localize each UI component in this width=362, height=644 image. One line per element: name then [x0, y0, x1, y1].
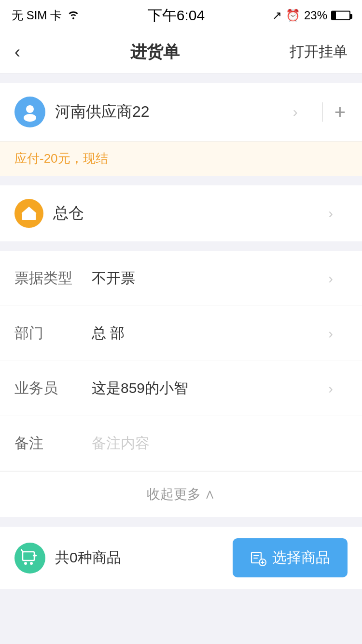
battery-icon	[331, 11, 350, 20]
svg-rect-5	[23, 552, 34, 560]
invoice-type-value: 不开票	[92, 268, 328, 288]
status-time: 下午6:04	[148, 6, 205, 26]
department-row[interactable]: 部门 总 部 ›	[0, 306, 362, 361]
salesperson-value: 这是859的小智	[92, 378, 328, 398]
svg-point-0	[26, 105, 34, 113]
alarm-icon: ⏰	[286, 9, 300, 22]
salesperson-row[interactable]: 业务员 这是859的小智 ›	[0, 361, 362, 416]
supplier-avatar	[14, 97, 45, 127]
gap-1	[0, 73, 362, 83]
nav-bar: ‹ 进货单 打开挂单	[0, 31, 362, 73]
svg-point-7	[30, 562, 33, 565]
location-icon: ↗	[272, 9, 282, 22]
back-button[interactable]: ‹	[14, 42, 20, 62]
department-label: 部门	[14, 323, 82, 343]
svg-point-1	[24, 114, 36, 122]
select-product-label: 选择商品	[272, 548, 330, 568]
bottom-bar: 共0种商品 选择商品	[0, 527, 362, 589]
notice-bar: 应付-20元，现结	[0, 141, 362, 176]
page-title: 进货单	[130, 41, 180, 63]
status-bar: 无 SIM 卡 下午6:04 ↗ ⏰ 23%	[0, 0, 362, 31]
salesperson-label: 业务员	[14, 378, 82, 398]
warehouse-icon-wrap	[14, 199, 43, 228]
invoice-type-row[interactable]: 票据类型 不开票 ›	[0, 251, 362, 306]
select-product-icon	[250, 550, 266, 566]
supplier-name: 河南供应商22	[55, 101, 293, 123]
warehouse-section[interactable]: 总仓 ›	[0, 185, 362, 241]
battery-percent: 23%	[304, 9, 327, 22]
remark-input[interactable]: 备注内容	[92, 434, 348, 453]
supplier-section: 河南供应商22 › + 应付-20元，现结	[0, 83, 362, 176]
notice-text: 应付-20元，现结	[14, 151, 108, 166]
remark-label: 备注	[14, 434, 82, 453]
invoice-type-chevron: ›	[328, 270, 333, 287]
wifi-icon	[67, 9, 80, 22]
collapse-label: 收起更多 ∧	[147, 485, 216, 504]
person-icon	[20, 102, 40, 122]
warehouse-row[interactable]: 总仓 ›	[0, 185, 362, 241]
supplier-divider	[322, 102, 323, 122]
form-section: 票据类型 不开票 › 部门 总 部 › 业务员 这是859的小智 › 备注 备注…	[0, 251, 362, 517]
select-product-button[interactable]: 选择商品	[233, 538, 348, 577]
svg-point-6	[24, 562, 27, 565]
warehouse-chevron-icon: ›	[328, 205, 333, 222]
warehouse-icon	[20, 205, 38, 222]
salesperson-chevron: ›	[328, 380, 333, 397]
supplier-row[interactable]: 河南供应商22 › +	[0, 83, 362, 141]
remark-row[interactable]: 备注 备注内容	[0, 416, 362, 471]
svg-marker-3	[21, 207, 37, 213]
collapse-button[interactable]: 收起更多 ∧	[0, 471, 362, 517]
open-pending-button[interactable]: 打开挂单	[290, 42, 348, 62]
supplier-chevron-icon: ›	[293, 104, 298, 120]
status-left: 无 SIM 卡	[12, 8, 80, 23]
warehouse-name: 总仓	[53, 203, 328, 224]
cart-icon	[21, 549, 39, 567]
product-icon-wrap	[14, 543, 45, 574]
invoice-type-label: 票据类型	[14, 268, 82, 288]
status-right: ↗ ⏰ 23%	[272, 9, 350, 22]
svg-rect-4	[27, 215, 31, 220]
carrier-label: 无 SIM 卡	[12, 8, 62, 23]
department-value: 总 部	[92, 323, 328, 343]
department-chevron: ›	[328, 325, 333, 342]
add-supplier-button[interactable]: +	[333, 101, 348, 123]
product-count: 共0种商品	[55, 548, 223, 568]
